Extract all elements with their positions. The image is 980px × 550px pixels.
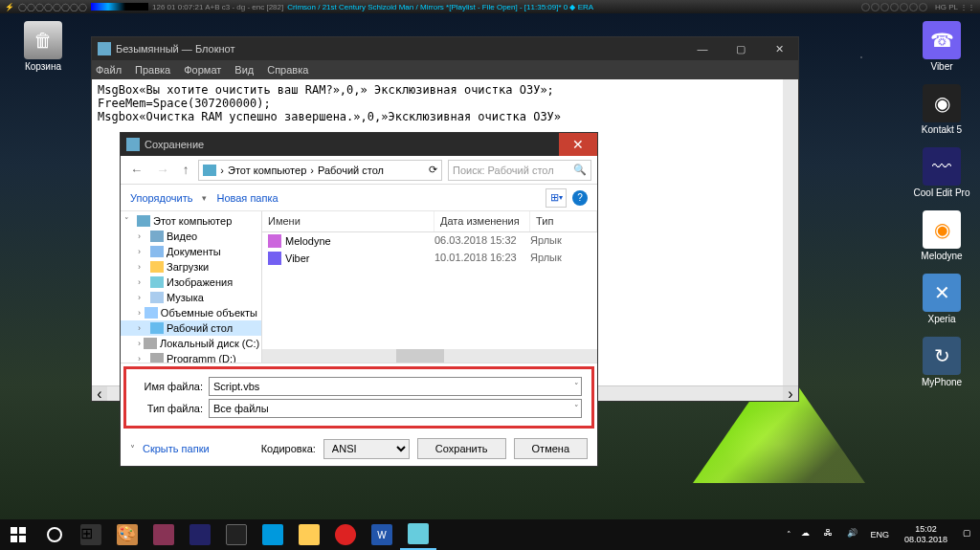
taskbar-explorer[interactable] [291,519,327,550]
tree-downloads[interactable]: ›Загрузки [121,259,261,275]
scroll-left-icon[interactable]: ‹ [92,386,107,401]
dialog-titlebar[interactable]: Сохранение ✕ [121,133,597,156]
filename-label: Имя файла: [136,381,203,392]
scroll-right-icon[interactable]: › [783,386,798,401]
minimize-button[interactable]: — [683,37,722,60]
notepad-titlebar[interactable]: Безымянный — Блокнот — ▢ ✕ [92,37,798,60]
kontakt-shortcut[interactable]: ◉ Kontakt 5 [913,84,970,135]
track-title: Crimson / 21st Century Schizoid Man / Mi… [287,3,858,11]
hide-folders-link[interactable]: Скрыть папки [143,443,210,454]
myphone-shortcut[interactable]: ↻ MyPhone [913,337,970,387]
tree-desktop[interactable]: ›Рабочий стол [121,320,261,336]
recycle-bin-icon[interactable]: 🗑 Корзина [14,21,72,72]
tray-network-icon[interactable]: 🖧 [824,528,837,541]
tree-documents[interactable]: ›Документы [121,244,261,259]
menu-help[interactable]: Справка [267,64,308,76]
col-name[interactable]: Имени [262,211,434,231]
dialog-close-button[interactable]: ✕ [559,133,597,156]
taskbar-app[interactable]: 🎨 [109,519,145,550]
menu-file[interactable]: Файл [96,64,122,76]
visualizer [91,3,148,11]
collapse-icon[interactable]: ˅ [130,444,135,454]
tray-clock[interactable]: 15:02 08.03.2018 [899,524,953,545]
taskbar-word[interactable]: W [364,519,400,550]
forward-button[interactable]: → [152,161,172,179]
recycle-bin-label: Корзина [14,61,72,72]
start-button[interactable] [0,519,36,550]
dialog-icon [126,138,140,151]
tree-pictures[interactable]: ›Изображения [121,275,261,290]
search-input[interactable]: Поиск: Рабочий стол 🔍 [448,160,591,181]
taskbar-app[interactable] [182,519,218,550]
view-mode-button[interactable]: ⊞▾ [546,188,567,208]
tray-notifications-icon[interactable]: ▢ [963,528,976,541]
crumb-root[interactable]: Этот компьютер [228,165,306,176]
svg-rect-0 [11,527,17,534]
tree-disk-d[interactable]: ›Programm (D:) [121,351,261,363]
cancel-button[interactable]: Отмена [514,438,588,459]
taskbar-app[interactable] [218,519,255,550]
melodyne-shortcut[interactable]: ◉ Melodyne [913,210,970,261]
notepad-icon [98,42,111,55]
notepad-title: Безымянный — Блокнот [116,43,234,55]
tree-3d-objects[interactable]: ›Объемные объекты [121,305,261,320]
playback-buttons[interactable] [861,3,927,11]
organize-menu[interactable]: Упорядочить [130,192,192,204]
file-row[interactable]: Melodyne 06.03.2018 15:32 Ярлык [262,232,597,250]
tree-videos[interactable]: ›Видео [121,229,261,244]
svg-rect-3 [19,536,26,542]
taskbar-app[interactable] [145,519,182,550]
up-button[interactable]: ↑ [179,161,193,179]
viber-shortcut[interactable]: ☎ Viber [913,21,970,72]
filetype-label: Тип файла: [136,403,203,414]
taskbar-notepad[interactable] [400,519,436,550]
menu-view[interactable]: Вид [234,64,254,76]
refresh-icon[interactable]: ⟳ [429,164,437,176]
col-type[interactable]: Тип [530,211,597,231]
cooledit-shortcut[interactable]: 〰 Cool Edit Pro [913,147,970,198]
dialog-toolbar: Упорядочить▾ Новая папка ⊞▾ ? [121,185,597,211]
encoding-label: Кодировка: [261,443,316,454]
tray-language[interactable]: ENG [870,530,889,539]
filename-input[interactable]: Script.vbs˅ [209,377,582,396]
task-view[interactable]: ⊞ [73,519,109,550]
crumb-folder[interactable]: Рабочий стол [318,165,384,176]
svg-rect-2 [11,536,17,542]
encoding-select[interactable]: ANSI [323,439,410,459]
dialog-nav: ← → ↑ › Этот компьютер › Рабочий стол ⟳ … [121,156,597,185]
maximize-button[interactable]: ▢ [722,37,760,60]
tray-expand-icon[interactable]: ˄ [787,530,791,539]
shortcut-icon [268,234,281,248]
new-folder-button[interactable]: Новая папка [216,192,278,204]
tray-volume-icon[interactable]: 🔊 [847,528,860,541]
tree-music[interactable]: ›Музыка [121,290,261,305]
tree-disk-c[interactable]: ›Локальный диск (C:) [121,336,261,351]
menu-format[interactable]: Формат [184,64,221,76]
back-button[interactable]: ← [126,161,146,179]
file-row[interactable]: Viber 10.01.2018 16:23 Ярлык [262,250,597,267]
chevron-down-icon[interactable]: ˅ [574,404,579,413]
tree-computer[interactable]: ˅Этот компьютер [121,213,261,229]
xperia-shortcut[interactable]: ✕ Xperia [913,274,970,324]
filename-fields: Имя файла: Script.vbs˅ Тип файла: Все фа… [123,366,594,429]
taskbar-opera[interactable] [327,519,364,550]
filelist-scrollbar[interactable] [262,349,597,363]
menu-edit[interactable]: Правка [135,64,170,76]
task-cortana[interactable] [36,519,73,550]
taskbar-app[interactable] [255,519,291,550]
shortcut-icon [268,252,281,265]
pc-icon [203,165,216,176]
chevron-down-icon[interactable]: ˅ [574,382,579,391]
tray-icon[interactable]: ☁ [801,528,814,541]
close-button[interactable]: ✕ [760,37,798,60]
save-button[interactable]: Сохранить [417,438,506,459]
notepad-menubar: Файл Правка Формат Вид Справка [92,60,798,79]
scrollbar-v[interactable] [783,79,798,385]
search-icon: 🔍 [573,164,587,176]
column-headers[interactable]: Имени Дата изменения Тип [262,211,597,232]
breadcrumb[interactable]: › Этот компьютер › Рабочий стол ⟳ [198,160,442,181]
filetype-select[interactable]: Все файлы˅ [209,399,582,418]
help-button[interactable]: ? [572,190,588,206]
winamp-logo: ⚡ [5,3,14,11]
col-date[interactable]: Дата изменения [434,211,530,231]
